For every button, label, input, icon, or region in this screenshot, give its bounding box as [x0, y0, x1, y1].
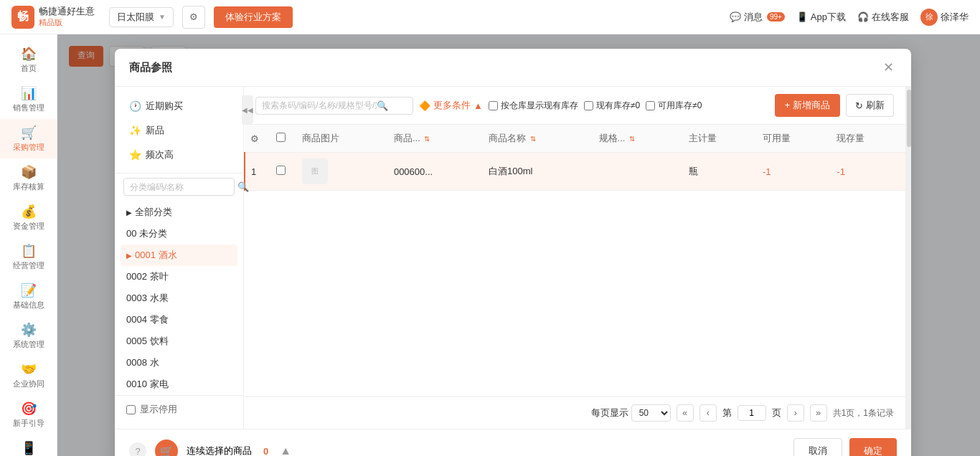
select-all-checkbox[interactable]: [276, 133, 286, 142]
per-page-label: 每页显示: [591, 407, 628, 419]
scrollbar-thumb[interactable]: [907, 90, 911, 147]
row-available: -1: [757, 153, 831, 191]
cat-label: 0002 茶叶: [126, 270, 169, 283]
sidebar-item-sales[interactable]: 📊 销售管理: [0, 80, 57, 119]
per-page-select[interactable]: 50 100 200: [631, 404, 671, 422]
display-disabled-area: 显示停用: [115, 395, 243, 423]
sidebar-item-label: 企业协同: [13, 379, 44, 389]
col-spec-header[interactable]: 规格... ⇅: [593, 125, 683, 153]
warehouse-checkbox[interactable]: [489, 101, 498, 110]
quick-new[interactable]: ✨ 新品: [123, 120, 235, 141]
quick-frequent[interactable]: ⭐ 频次高: [123, 144, 235, 166]
logo-title: 畅捷通好生意: [39, 6, 95, 18]
confirm-btn[interactable]: 确定: [849, 438, 897, 456]
cancel-btn[interactable]: 取消: [793, 438, 842, 456]
sales-icon: 📊: [21, 85, 37, 101]
sidebar-item-guide[interactable]: 🎯 新手引导: [0, 395, 57, 434]
trial-btn[interactable]: 体验行业方案: [214, 6, 293, 28]
cat-all[interactable]: ▶ 全部分类: [121, 201, 237, 223]
stock-ne0-checkbox[interactable]: [584, 101, 593, 110]
cat-0002[interactable]: 0002 茶叶: [121, 266, 237, 288]
collapse-panel-btn[interactable]: ◀◀: [242, 95, 253, 124]
sidebar-item-finance[interactable]: 💰 资金管理: [0, 198, 57, 237]
quick-recent[interactable]: 🕐 近期购买: [123, 95, 235, 117]
cart-icon: 🛒: [159, 445, 174, 457]
nav-app-download[interactable]: 📱 App下载: [796, 11, 846, 24]
arrow-icon: ▶: [126, 252, 132, 260]
footer-right: 取消 确定: [793, 438, 897, 456]
sidebar-item-apps[interactable]: 📱 应用中心: [0, 434, 57, 456]
sidebar-item-system[interactable]: ⚙️ 系统管理: [0, 316, 57, 356]
cat-0005[interactable]: 0005 饮料: [121, 331, 237, 352]
star-icon: ⭐: [129, 149, 141, 161]
sidebar-item-enterprise[interactable]: 🤝 企业协同: [0, 356, 57, 395]
row-checkbox[interactable]: [270, 153, 296, 191]
home-icon: 🏠: [21, 46, 37, 62]
sidebar-item-label: 资金管理: [13, 221, 44, 232]
product-reference-modal: 商品参照 ✕ 🕐 近期购买 ✨ 新品: [115, 49, 911, 456]
page-last-btn[interactable]: »: [810, 404, 827, 422]
page-number-input[interactable]: [738, 405, 766, 421]
nav-online-service[interactable]: 🎧 在线客服: [857, 11, 909, 24]
row-select-checkbox[interactable]: [276, 166, 286, 175]
checkbox-available-ne0[interactable]: 可用库存≠0: [646, 100, 702, 112]
sidebar-item-inventory[interactable]: 📦 库存核算: [0, 158, 57, 198]
nav-selector[interactable]: 日太阳膜 ▼: [109, 7, 174, 27]
col-code-header[interactable]: 商品... ⇅: [388, 125, 483, 153]
table-row[interactable]: 1 图 000600...: [245, 153, 905, 191]
nav-message[interactable]: 💬 消息 99+: [730, 11, 785, 24]
modal-title: 商品参照: [129, 61, 172, 75]
settings-icon[interactable]: ⚙: [182, 6, 205, 29]
col-image-header: 商品图片: [296, 125, 388, 153]
sidebar-item-home[interactable]: 🏠 首页: [0, 40, 57, 80]
col-settings[interactable]: ⚙: [245, 125, 270, 153]
display-disabled-checkbox[interactable]: [126, 405, 136, 414]
sidebar: 🏠 首页 📊 销售管理 🛒 采购管理 📦 库存核算 💰 资金管理 📋 经营管理 …: [0, 34, 57, 456]
logo-icon: 畅: [11, 6, 34, 29]
sort-icon: ⇅: [530, 135, 536, 143]
sidebar-item-label: 经营管理: [13, 260, 44, 271]
cat-00[interactable]: 00 未分类: [121, 223, 237, 244]
page-first-btn[interactable]: «: [677, 404, 694, 422]
search-icon[interactable]: 🔍: [377, 100, 388, 111]
mobile-icon: 📱: [796, 11, 808, 22]
sidebar-item-label: 销售管理: [13, 103, 44, 113]
close-icon[interactable]: ✕: [880, 59, 897, 76]
cat-0003[interactable]: 0003 水果: [121, 288, 237, 309]
cat-0008[interactable]: 0008 水: [121, 352, 237, 374]
cat-0010[interactable]: 0010 家电: [121, 374, 237, 395]
category-search-input[interactable]: [130, 182, 237, 192]
refresh-btn[interactable]: ↻ 刷新: [846, 94, 894, 117]
sidebar-item-business[interactable]: 📋 经营管理: [0, 237, 57, 277]
page-prev-btn[interactable]: ‹: [699, 404, 717, 422]
search-icon[interactable]: 🔍: [237, 181, 249, 192]
page-label: 第: [722, 407, 732, 419]
available-ne0-checkbox[interactable]: [646, 101, 655, 110]
add-product-btn[interactable]: + 新增商品: [775, 94, 840, 117]
page-next-btn[interactable]: ›: [787, 404, 804, 422]
cat-0004[interactable]: 0004 零食: [121, 309, 237, 331]
col-checkbox[interactable]: [270, 125, 296, 153]
product-search-input[interactable]: [262, 100, 377, 110]
help-icon[interactable]: ?: [129, 442, 146, 456]
more-filter-btn[interactable]: 🔶 更多条件 ▲: [419, 99, 483, 112]
cart-btn[interactable]: 🛒: [155, 440, 178, 456]
message-badge: 99+: [767, 12, 785, 22]
top-nav: 畅 畅捷通好生意 精品版 日太阳膜 ▼ ⚙ 体验行业方案 💬 消息 99+ 📱 …: [0, 0, 980, 34]
category-tree: ▶ 全部分类 00 未分类 ▶ 0001 酒水 0002 茶叶: [115, 201, 243, 395]
page-size-wrap: 每页显示 50 100 200: [591, 404, 671, 422]
sidebar-item-basic-info[interactable]: 📝 基础信息: [0, 277, 57, 316]
checkbox-warehouse[interactable]: 按仓库显示现有库存: [489, 100, 578, 112]
col-name-header[interactable]: 商品名称 ⇅: [483, 125, 593, 153]
right-scrollbar[interactable]: [905, 87, 911, 429]
cat-label: 0008 水: [126, 356, 159, 369]
cat-0001[interactable]: ▶ 0001 酒水: [121, 244, 237, 266]
sidebar-item-purchase[interactable]: 🛒 采购管理: [0, 119, 57, 158]
product-table-wrap: ⚙ 商品图片 商品... ⇅: [244, 125, 905, 396]
checkbox-stock-ne0[interactable]: 现有库存≠0: [584, 100, 640, 112]
sidebar-item-label: 采购管理: [13, 142, 44, 153]
collapse-selected-icon[interactable]: ▲: [280, 445, 291, 456]
avatar: 徐: [920, 9, 938, 26]
nav-user[interactable]: 徐 徐泽华: [920, 9, 969, 26]
row-stock: -1: [831, 153, 905, 191]
